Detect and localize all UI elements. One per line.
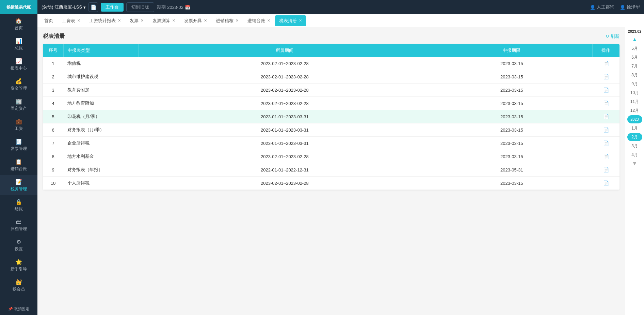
tab-bar: 首页 工资表 ✕ 工资统计报表 ✕ 发票 ✕ 发票测算 ✕ 发票开具 ✕ 进销稽… xyxy=(37,14,644,27)
panel-up-button[interactable]: ▲ xyxy=(630,35,640,44)
sidebar-item-home[interactable]: 🏠 首页 xyxy=(0,14,37,34)
panel-year-2023[interactable]: 2023 xyxy=(627,115,642,123)
sidebar-item-sales[interactable]: 📋 进销台账 xyxy=(0,155,37,175)
panel-month-5[interactable]: 5月 xyxy=(627,44,642,52)
tab-salary-report-label: 工资统计报表 xyxy=(89,18,116,24)
app-logo: 畅捷通易代账 xyxy=(0,0,37,14)
cell-deadline: 2023-03-15 xyxy=(431,70,592,84)
tab-salary[interactable]: 工资表 ✕ xyxy=(58,15,84,26)
cell-period: 2022-01-01~2022-12-31 xyxy=(138,163,431,177)
ai-consult-button[interactable]: 👤 人工咨询 xyxy=(590,4,614,10)
panel-month-4[interactable]: 4月 xyxy=(627,151,642,159)
sidebar-item-home-label: 首页 xyxy=(15,25,23,31)
action-icon[interactable]: 📄 xyxy=(603,154,609,159)
sidebar-item-fund[interactable]: 💰 资金管理 xyxy=(0,75,37,95)
cell-no: 8 xyxy=(43,150,63,163)
sidebar-item-member[interactable]: 👑 畅会员 xyxy=(0,275,37,296)
cell-deadline: 2023-03-15 xyxy=(431,123,592,137)
tab-invoice[interactable]: 发票 ✕ xyxy=(126,15,148,26)
tab-salary-report-close[interactable]: ✕ xyxy=(118,18,121,23)
sidebar-item-archive[interactable]: 🗃 归档管理 xyxy=(0,215,37,235)
table-row: 3 教育费附加 2023-02-01~2023-02-28 2023-03-15… xyxy=(43,84,619,97)
sidebar-item-settings[interactable]: ⚙ 设置 xyxy=(0,235,37,255)
action-icon[interactable]: 📄 xyxy=(603,61,609,66)
cell-period: 2023-02-01~2023-02-28 xyxy=(138,70,431,84)
table-row: 4 地方教育附加 2023-02-01~2023-02-28 2023-03-1… xyxy=(43,97,619,110)
sidebar-item-invoice[interactable]: 🧾 发票管理 xyxy=(0,135,37,155)
panel-month-7[interactable]: 7月 xyxy=(627,62,642,70)
sidebar-item-ledger[interactable]: 📊 总账 xyxy=(0,34,37,55)
tab-invoice-open[interactable]: 发票开具 ✕ xyxy=(180,15,211,26)
sidebar-item-tax[interactable]: 📝 税务管理 xyxy=(0,175,37,195)
tab-salary-close[interactable]: ✕ xyxy=(77,18,80,23)
sidebar-item-guide[interactable]: 🌟 新手引导 xyxy=(0,255,37,275)
cell-action: 📄 xyxy=(592,70,619,84)
home-icon: 🏠 xyxy=(15,18,22,24)
sidebar-item-report[interactable]: 📈 报表中心 xyxy=(0,55,37,75)
panel-month-3[interactable]: 3月 xyxy=(627,142,642,150)
panel-month-10[interactable]: 10月 xyxy=(627,89,642,97)
action-icon[interactable]: 📄 xyxy=(603,87,609,93)
period-label: 期期 xyxy=(157,4,166,10)
panel-month-9[interactable]: 9月 xyxy=(627,80,642,88)
sidebar-item-settings-label: 设置 xyxy=(15,246,23,252)
table-row: 5 印花税（月/季） 2023-01-01~2023-03-31 2023-03… xyxy=(43,110,619,123)
tab-tax-clearance-label: 税表清册 xyxy=(279,18,297,24)
unpin-button[interactable]: 📌 取消固定 xyxy=(0,303,37,315)
panel-month-2-active[interactable]: 2月 xyxy=(627,133,642,141)
company-selector[interactable]: (勿动) 江西服宝-LSS ▾ xyxy=(42,4,86,10)
switch-old-button[interactable]: 切到旧版 xyxy=(126,2,154,12)
tab-invoice-calc-close[interactable]: ✕ xyxy=(172,18,175,23)
document-icon-button[interactable]: 📄 xyxy=(88,2,98,12)
topbar: (勿动) 江西服宝-LSS ▾ 📄 工作台 切到旧版 期期 2023-02 📅 … xyxy=(37,0,644,14)
tab-salary-report[interactable]: 工资统计报表 ✕ xyxy=(85,15,125,26)
sidebar-item-asset[interactable]: 🏢 固定资产 xyxy=(0,95,37,115)
tab-invoice-open-close[interactable]: ✕ xyxy=(204,18,207,23)
refresh-button[interactable]: ↻ 刷新 xyxy=(606,33,619,40)
action-icon[interactable]: 📄 xyxy=(603,114,609,119)
tab-invoice-close[interactable]: ✕ xyxy=(141,18,144,23)
tab-sales-check[interactable]: 进销稽核 ✕ xyxy=(212,15,243,26)
panel-month-8[interactable]: 8月 xyxy=(627,71,642,79)
right-period-panel: 2023.02 ▲ 5月 6月 7月 8月 9月 10月 11月 12月 202… xyxy=(625,27,644,315)
cell-action: 📄 xyxy=(592,137,619,150)
tab-sales-ledger-close[interactable]: ✕ xyxy=(267,18,270,23)
user-menu[interactable]: 👤 徐泽华 xyxy=(620,4,640,10)
panel-month-11[interactable]: 11月 xyxy=(627,97,642,106)
archive-icon: 🗃 xyxy=(16,219,21,225)
action-icon[interactable]: 📄 xyxy=(603,180,609,186)
table-row: 8 地方水利基金 2023-02-01~2023-02-28 2023-03-1… xyxy=(43,150,619,163)
sales-icon: 📋 xyxy=(15,159,22,165)
calendar-icon[interactable]: 📅 xyxy=(185,5,190,10)
cell-deadline: 2023-03-15 xyxy=(431,84,592,97)
cell-action: 📄 xyxy=(592,123,619,137)
tab-sales-check-label: 进销稽核 xyxy=(216,18,234,24)
tab-sales-ledger[interactable]: 进销台账 ✕ xyxy=(243,15,274,26)
panel-month-6[interactable]: 6月 xyxy=(627,53,642,61)
tab-tax-clearance-close[interactable]: ✕ xyxy=(299,18,302,23)
tab-home[interactable]: 首页 xyxy=(40,15,57,26)
asset-icon: 🏢 xyxy=(15,98,22,105)
tab-sales-check-close[interactable]: ✕ xyxy=(236,18,239,23)
cell-type: 地方教育附加 xyxy=(63,97,138,110)
member-icon: 👑 xyxy=(15,279,22,285)
sidebar-item-guide-label: 新手引导 xyxy=(11,266,27,272)
cell-deadline: 2023-03-15 xyxy=(431,150,592,163)
action-icon[interactable]: 📄 xyxy=(603,101,609,106)
action-icon[interactable]: 📄 xyxy=(603,167,609,172)
panel-month-12[interactable]: 12月 xyxy=(627,106,642,115)
tab-tax-clearance[interactable]: 税表清册 ✕ xyxy=(275,15,306,26)
action-icon[interactable]: 📄 xyxy=(603,127,609,133)
sidebar-item-salary[interactable]: 💼 工资 xyxy=(0,115,37,135)
workspace-button[interactable]: 工作台 xyxy=(101,3,124,12)
panel-month-1[interactable]: 1月 xyxy=(627,124,642,132)
action-icon[interactable]: 📄 xyxy=(603,140,609,146)
sidebar-item-invoice-label: 发票管理 xyxy=(11,146,27,152)
sidebar-item-closing[interactable]: 🔒 结账 xyxy=(0,195,37,215)
panel-down-button[interactable]: ▼ xyxy=(630,160,640,168)
refresh-icon: ↻ xyxy=(606,34,609,39)
action-icon[interactable]: 📄 xyxy=(603,74,609,79)
tab-invoice-calc[interactable]: 发票测算 ✕ xyxy=(148,15,179,26)
content-area: 税表清册 ↻ 刷新 序号 申报表类型 所属期间 申报期限 操作 xyxy=(37,27,644,315)
table-row: 9 财务报表（年报） 2022-01-01~2022-12-31 2023-05… xyxy=(43,163,619,177)
